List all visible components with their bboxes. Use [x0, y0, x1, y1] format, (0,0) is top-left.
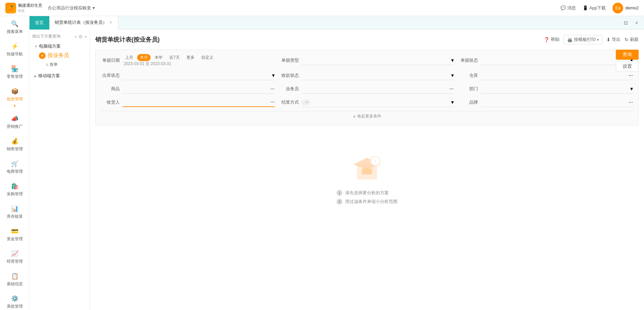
workspace-selector[interactable]: 办公用品行业模拟账套 ▾ — [45, 4, 98, 12]
add-scheme-icon[interactable]: + — [74, 34, 77, 39]
doc-status-select[interactable]: ▾ — [481, 56, 633, 65]
marketing-icon: 📣 — [11, 115, 18, 122]
panel-title: 按以下方案查询 — [32, 34, 60, 39]
sidebar-item-inventory[interactable]: 📊 库存核算 — [0, 201, 29, 223]
date-tab-7days[interactable]: 近7天 — [167, 54, 182, 61]
collapse-filter-bar[interactable]: ∧ 收起更多条件 — [101, 111, 633, 121]
help-icon: ❓ — [544, 37, 549, 42]
filter-payment-status-item: 收款状态 ▾ — [280, 71, 454, 80]
sidebar-item-purchase[interactable]: 🛍️ 采购管理 — [0, 178, 29, 201]
salesperson-select[interactable]: ··· — [302, 85, 454, 94]
panel-actions: + ⚙ « — [74, 34, 87, 39]
sub-item-icon: ≡ — [46, 62, 48, 67]
sidebar-item-finance[interactable]: 💳 资金管理 — [0, 223, 29, 246]
salesperson-dots[interactable]: ··· — [449, 86, 454, 92]
sidebar-item-sales[interactable]: 💰 销售管理 — [0, 134, 29, 156]
filter-date-item: 单据日期 上月 本月 本年 近7天 更多 自定义 — [101, 54, 275, 67]
settings-button[interactable]: 设置 — [616, 61, 639, 72]
tree-mobile-arrow: ▶ — [34, 74, 37, 78]
product-label: 商品 — [101, 86, 120, 92]
filter-department-item: 部门 ▾ — [459, 84, 633, 94]
product-select[interactable]: ··· — [122, 85, 275, 94]
settlement-select[interactable]: × ▾ — [302, 98, 454, 107]
purchase-icon: 🛍️ — [11, 183, 18, 190]
brand-label: 品牌 — [459, 99, 478, 105]
finance-icon: 💳 — [11, 227, 18, 235]
payment-status-select[interactable]: ▾ — [302, 71, 454, 80]
date-tabs: 上月 本月 本年 近7天 更多 自定义 — [122, 54, 275, 61]
settings-scheme-icon[interactable]: ⚙ — [78, 34, 83, 39]
consignee-select[interactable]: ··· — [122, 98, 275, 107]
expand-icon: ▲ — [13, 103, 16, 107]
tab-close-icon[interactable]: × — [109, 19, 113, 25]
app-download-action[interactable]: 📱 App下载 — [583, 5, 606, 11]
download-icon: 📱 — [583, 5, 588, 10]
tree-mobile-section[interactable]: ▶ 移动端方案 — [32, 71, 87, 80]
panel-header: 按以下方案查询 + ⚙ « — [32, 34, 87, 39]
basic-icon: 📋 — [11, 272, 18, 280]
date-tab-last-month[interactable]: 上月 — [122, 54, 136, 61]
inventory-icon: 📊 — [11, 205, 18, 212]
user-name[interactable]: demo2 — [625, 5, 639, 10]
doc-status-label: 单据状态 — [459, 57, 478, 63]
tree-pc-sub-item[interactable]: ≡ 按单 — [32, 60, 87, 69]
tab-current[interactable]: 销货单统计表（按业务员） × — [49, 16, 118, 30]
out-status-label: 出库状态 — [101, 72, 120, 79]
sidebar-item-search[interactable]: 🔍 搜索菜单 — [0, 16, 29, 39]
logo-area[interactable]: 🍊 畅捷通好生意 标版 — [5, 3, 42, 13]
date-tab-this-month[interactable]: 本月 — [137, 54, 151, 61]
sidebar-item-quick-nav[interactable]: ⚡ 快捷导航 — [0, 39, 29, 61]
print-template-button[interactable]: 🖨️ 按模板打印 ▾ — [564, 35, 602, 44]
date-tab-more[interactable]: 更多 — [184, 54, 197, 61]
sidebar-item-ecommerce[interactable]: 🛒 电商管理 — [0, 156, 29, 178]
sidebar: 🔍 搜索菜单 ⚡ 快捷导航 🏪 零售管理 📦 批发管理 ▲ 📣 营销推广 💰 销… — [0, 16, 30, 310]
query-button[interactable]: 查询 — [616, 50, 639, 60]
filter-brand-item: 品牌 ··· — [459, 98, 633, 107]
collapse-panel-icon[interactable]: « — [84, 34, 87, 39]
export-action[interactable]: ⬇ 导出 — [606, 37, 621, 43]
page-title: 销货单统计表(按业务员) — [95, 36, 160, 44]
product-dots[interactable]: ··· — [270, 86, 275, 92]
header-right: 💬 消息 📱 App下载 Ea demo2 — [560, 3, 639, 13]
refresh-action[interactable]: ↻ 刷新 — [625, 37, 639, 43]
settlement-clear-icon[interactable]: × — [306, 100, 308, 105]
doc-type-select[interactable]: ▾ — [302, 56, 454, 65]
sidebar-item-wholesale[interactable]: 📦 批发管理 ▲ — [0, 84, 29, 111]
tree-pc-section[interactable]: ▼ 电脑端方案 — [32, 42, 87, 51]
consignee-dots[interactable]: ··· — [270, 99, 275, 105]
brand-dots[interactable]: ··· — [629, 99, 633, 105]
sidebar-item-retail[interactable]: 🏪 零售管理 — [0, 61, 29, 84]
sidebar-item-marketing[interactable]: 📣 营销推广 — [0, 111, 29, 134]
sidebar-item-system[interactable]: ⚙️ 系统管理 — [0, 291, 29, 310]
tab-bar-actions: ⊡ × — [621, 18, 644, 28]
empty-tips: 1 请先选择要分析的方案 2 用过滤条件来缩小分析范围 — [336, 190, 397, 205]
logo-icon: 🍊 — [5, 3, 16, 13]
filter-warehouse-item: 仓库 ··· — [459, 71, 633, 80]
logo-text: 畅捷通好生意 标版 — [18, 3, 42, 13]
date-label: 单据日期 — [101, 57, 120, 63]
filter-row-3: 商品 ··· 业务员 ··· — [101, 84, 633, 94]
export-icon: ⬇ — [606, 37, 610, 42]
restore-window-button[interactable]: ⊡ — [621, 18, 631, 28]
user-avatar: Ea — [612, 3, 623, 13]
warehouse-dots[interactable]: ··· — [629, 72, 633, 79]
date-control: 上月 本月 本年 近7天 更多 自定义 2023-03-01 至 2023-03… — [122, 54, 275, 67]
search-icon: 🔍 — [11, 20, 18, 28]
department-select[interactable]: ▾ — [481, 84, 633, 94]
brand-select[interactable]: ··· — [481, 98, 633, 107]
close-window-button[interactable]: × — [632, 18, 641, 28]
quick-nav-icon: ⚡ — [11, 43, 18, 50]
svg-rect-2 — [362, 168, 372, 174]
sidebar-item-operations[interactable]: 📈 经营管理 — [0, 246, 29, 268]
warehouse-select[interactable]: ··· — [481, 71, 633, 80]
date-tab-custom[interactable]: 自定义 — [199, 54, 216, 61]
help-action[interactable]: ❓ 帮助 — [544, 37, 559, 43]
user-area[interactable]: Ea demo2 — [612, 3, 639, 13]
page-title-row: 销货单统计表(按业务员) ❓ 帮助 🖨️ 按模板打印 ▾ ⬇ — [95, 35, 639, 44]
sidebar-item-basic[interactable]: 📋 基础信息 — [0, 268, 29, 291]
tree-pc-active-item[interactable]: ● 按业务员 — [32, 51, 87, 60]
message-action[interactable]: 💬 消息 — [560, 5, 576, 11]
out-status-select[interactable]: ▾ — [122, 71, 275, 80]
date-tab-this-year[interactable]: 本年 — [152, 54, 165, 61]
tab-home[interactable]: 首页 — [30, 16, 49, 30]
